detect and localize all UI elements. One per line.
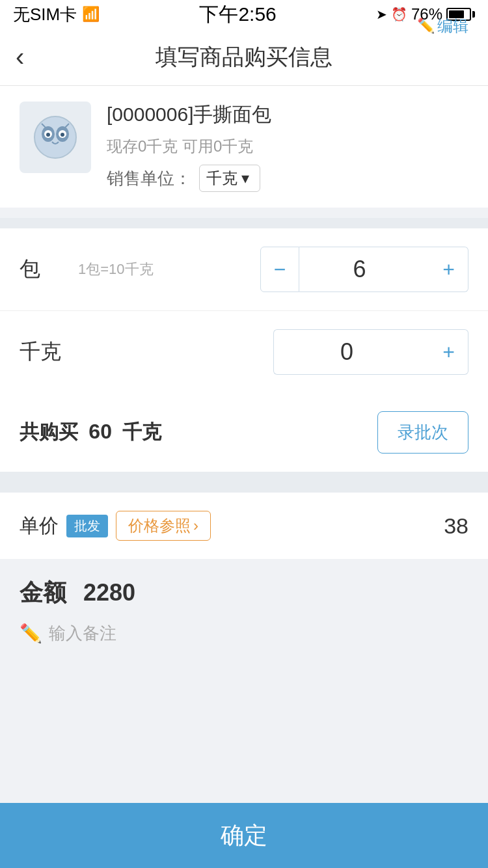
product-card: [0000006]手撕面包 现存0千克 可用0千克 销售单位： 千克 ▾ ✏️ … [0, 86, 488, 208]
section-separator-1 [0, 218, 488, 228]
product-unit-row: 销售单位： 千克 ▾ [107, 165, 468, 192]
plus-icon: + [442, 258, 455, 282]
amount-section: 金额 2280 ✏️ 输入备注 [0, 559, 488, 663]
unit-select[interactable]: 千克 ▾ [199, 165, 260, 192]
total-amount: 60 [88, 420, 112, 443]
total-unit: 千克 [122, 421, 161, 442]
price-ref-arrow: › [193, 517, 198, 535]
alarm-icon: ⏰ [391, 7, 407, 22]
price-reference-button[interactable]: 价格参照 › [116, 511, 211, 541]
price-value: 38 [444, 513, 468, 539]
svg-point-5 [46, 133, 50, 137]
amount-row: 金额 2280 [20, 577, 468, 609]
svg-point-0 [34, 116, 76, 158]
package-qty-input[interactable] [299, 247, 429, 292]
page-title: 填写商品购买信息 [156, 42, 332, 72]
package-label: 包 [20, 255, 72, 284]
nav-bar: ‹ 填写商品购买信息 [0, 29, 488, 86]
status-time: 下午2:56 [199, 1, 276, 28]
edit-label: 编辑 [437, 16, 468, 36]
price-left: 单价 批发 价格参照 › [20, 511, 211, 541]
package-minus-button[interactable]: − [260, 247, 299, 292]
location-icon: ➤ [376, 7, 387, 22]
confirm-button[interactable]: 确定 [0, 803, 488, 868]
status-left: 无SIM卡 📶 [13, 3, 100, 26]
carrier-label: 无SIM卡 [13, 3, 77, 26]
product-image [20, 102, 91, 173]
unit-value: 千克 [206, 168, 237, 189]
amount-value: 2280 [83, 579, 135, 606]
kilogram-qty-control: + [273, 329, 468, 375]
package-section: 包 1包=10千克 − + 千克 + [0, 228, 488, 393]
note-placeholder: 输入备注 [49, 622, 116, 645]
back-button[interactable]: ‹ [16, 42, 24, 72]
section-separator-2 [0, 472, 488, 482]
package-hint: 1包=10千克 [78, 260, 260, 279]
pencil-icon: ✏️ [20, 623, 42, 644]
wifi-icon: 📶 [82, 6, 100, 23]
kg-plus-icon: + [442, 340, 455, 364]
kilogram-row: 千克 + [0, 311, 488, 393]
price-ref-label: 价格参照 [128, 515, 191, 536]
svg-point-6 [61, 133, 64, 137]
total-text: 共购买 60 千克 [20, 419, 161, 446]
wholesale-badge: 批发 [66, 515, 108, 537]
package-row: 包 1包=10千克 − + [0, 228, 488, 311]
package-plus-button[interactable]: + [429, 247, 468, 292]
edit-icon: ✏️ [417, 18, 435, 34]
amount-label: 金额 [20, 579, 66, 606]
kilogram-label: 千克 [20, 338, 72, 366]
unit-label: 销售单位： [107, 167, 191, 190]
price-label: 单价 [20, 513, 59, 539]
record-batch-button[interactable]: 录批次 [377, 411, 468, 454]
product-name: [0000006]手撕面包 [107, 102, 468, 128]
total-row: 共购买 60 千克 录批次 [0, 393, 488, 472]
product-info: [0000006]手撕面包 现存0千克 可用0千克 销售单位： 千克 ▾ [107, 102, 468, 192]
note-row[interactable]: ✏️ 输入备注 [20, 622, 468, 645]
product-logo [33, 115, 78, 160]
kilogram-plus-button[interactable]: + [429, 329, 468, 375]
total-prefix: 共购买 [20, 421, 78, 442]
edit-button[interactable]: ✏️ 编辑 [417, 16, 468, 36]
kilogram-qty-input[interactable] [273, 329, 429, 375]
unit-arrow: ▾ [241, 169, 249, 187]
minus-icon: − [274, 258, 286, 282]
product-stock: 现存0千克 可用0千克 [107, 136, 468, 157]
status-bar: 无SIM卡 📶 下午2:56 ➤ ⏰ 76% [0, 0, 488, 29]
package-qty-control: − + [260, 247, 468, 292]
confirm-label: 确定 [221, 820, 267, 852]
price-section: 单价 批发 价格参照 › 38 [0, 482, 488, 559]
